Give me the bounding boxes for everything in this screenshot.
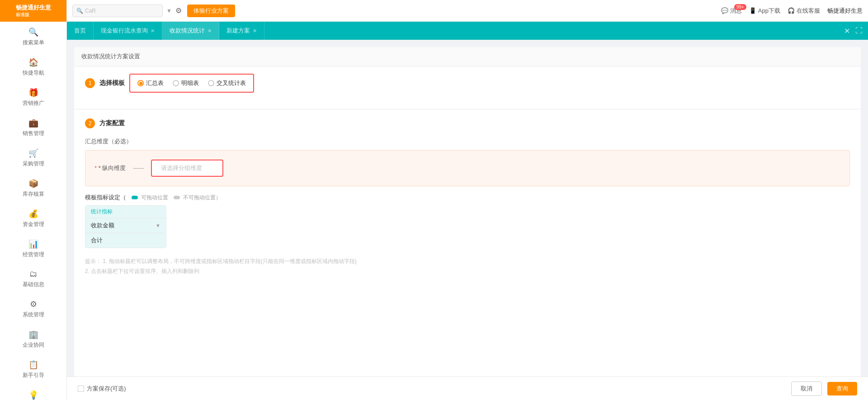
service-label: 在线客服 [797, 7, 820, 15]
radio-circle-detail [173, 80, 179, 86]
movable-badge-inactive [174, 196, 180, 199]
sidebar-item-enterprise[interactable]: 🏢 企业协同 [0, 324, 66, 354]
tab-home[interactable]: 首页 [67, 22, 94, 40]
sidebar-item-inventory[interactable]: 📦 库存核算 [0, 173, 66, 203]
sidebar: 畅捷通好生意 标准版 🔍 搜索菜单 🏠 快捷导航 🎁 营销推广 💼 销售管理 🛒… [0, 0, 67, 400]
sidebar-item-basic[interactable]: 🗂 基础信息 [0, 264, 66, 294]
close-window-icon[interactable]: ✕ [844, 27, 850, 35]
sidebar-nav: 🔍 搜索菜单 🏠 快捷导航 🎁 营销推广 💼 销售管理 🛒 采购管理 📦 库存核… [0, 22, 66, 400]
metrics-legend: 模板指标设定（ 可拖动位置 不可拖动位置） [85, 193, 850, 202]
tab-label-home: 首页 [74, 27, 86, 35]
trial-button[interactable]: 体验行业方案 [187, 5, 235, 17]
sidebar-item-finance[interactable]: 💰 资金管理 [0, 203, 66, 234]
radio-group: 汇总表 明细表 交叉统计表 [137, 79, 246, 87]
search-icon: 🔍 [76, 8, 83, 14]
inventory-icon: 📦 [28, 179, 38, 188]
purchase-icon: 🛒 [28, 148, 38, 158]
sidebar-label-inventory: 库存核算 [23, 190, 44, 198]
sidebar-logo: 畅捷通好生意 标准版 [0, 0, 66, 22]
service-action[interactable]: 🎧 在线客服 [788, 7, 820, 15]
save-checkbox[interactable] [78, 386, 84, 392]
tab-close-cash-flow[interactable]: ✕ [151, 28, 155, 34]
divider-1 [74, 109, 861, 109]
tab-cash-flow[interactable]: 现金银行流水查询✕ [94, 22, 162, 40]
cancel-button[interactable]: 取消 [791, 381, 822, 396]
step2-num: 2 [85, 118, 95, 128]
sidebar-item-sales[interactable]: 💼 销售管理 [0, 113, 66, 143]
logo-sub: 标准版 [16, 12, 51, 18]
radio-summary[interactable]: 汇总表 [137, 79, 164, 87]
sidebar-item-guide[interactable]: 📋 新手引导 [0, 354, 66, 385]
metrics-name: 收款金额 [91, 221, 156, 230]
sidebar-label-guide: 新手引导 [23, 372, 44, 379]
download-icon: 📱 [749, 7, 756, 14]
page-content: 收款情况统计方案设置 1 选择模板 汇总表 [74, 47, 861, 393]
topbar-actions: 💬 消息 99+ 📱 App下载 🎧 在线客服 畅捷通好生意 [721, 7, 863, 15]
sidebar-label-sales: 销售管理 [23, 130, 44, 137]
tab-close-new-plan[interactable]: ✕ [253, 28, 257, 34]
sidebar-item-operation[interactable]: 📊 经营管理 [0, 234, 66, 264]
legend-unmovable: 不可拖动位置） [174, 194, 221, 202]
guide-icon: 📋 [28, 360, 38, 370]
download-action[interactable]: 📱 App下载 [749, 7, 780, 15]
query-button[interactable]: 查询 [827, 382, 857, 395]
quick-nav-icon: 🏠 [28, 57, 38, 67]
dimension-area: * * 纵向维度 —— 请选择分组维度 [85, 150, 850, 186]
message-action[interactable]: 💬 消息 99+ [721, 7, 742, 15]
sidebar-label-quick-nav: 快捷导航 [23, 69, 44, 77]
search-text: CaR [85, 8, 96, 14]
tab-label-new-plan: 新建方案 [226, 27, 250, 35]
tab-label-cash-flow: 现金银行流水查询 [101, 27, 148, 35]
sidebar-label-marketing: 营销推广 [23, 99, 44, 107]
radio-cross[interactable]: 交叉统计表 [208, 79, 246, 87]
window-controls: ✕ ⛶ [844, 22, 868, 40]
save-label: 方案保存(可选) [87, 385, 126, 393]
radio-detail[interactable]: 明细表 [173, 79, 199, 87]
dimension-selector[interactable]: 请选择分组维度 [151, 160, 223, 177]
bottom-bar: 方案保存(可选) 取消 查询 [67, 376, 868, 400]
maximize-window-icon[interactable]: ⛶ [855, 27, 863, 35]
tips-line2: 2. 点击标题栏下拉可设置排序、插入列和删除列 [85, 267, 850, 277]
sidebar-item-purchase[interactable]: 🛒 采购管理 [0, 143, 66, 173]
template-selection-box: 汇总表 明细表 交叉统计表 [129, 74, 254, 93]
sidebar-item-quick-nav[interactable]: 🏠 快捷导航 [0, 52, 66, 82]
radio-circle-summary [137, 80, 144, 86]
sidebar-label-basic: 基础信息 [23, 281, 44, 288]
movable-badge-active [132, 196, 138, 199]
sidebar-label-enterprise: 企业协同 [23, 341, 44, 349]
radio-circle-cross [208, 80, 214, 86]
metrics-label: 模板指标设定（ [85, 193, 126, 202]
metrics-dropdown-icon[interactable]: ▼ [156, 223, 160, 228]
search-input[interactable]: 🔍 CaR [72, 5, 163, 17]
radio-detail-label: 明细表 [181, 79, 199, 87]
dim-row-label: * * 纵向维度 [94, 164, 126, 172]
username: 畅捷通好生意 [827, 7, 863, 15]
sidebar-label-system: 系统管理 [23, 311, 44, 319]
metrics-metric-row[interactable]: 收款金额 ▼ [85, 218, 166, 233]
topbar: 🔍 CaR ▼ ⚙ 体验行业方案 💬 消息 99+ 📱 App下载 🎧 在线客服… [67, 0, 868, 22]
sidebar-item-marketing[interactable]: 🎁 营销推广 [0, 82, 66, 113]
config-section: 汇总维度（必选） * * 纵向维度 —— 请选择分组维度 [85, 137, 850, 249]
tab-close-receipt-stats[interactable]: ✕ [208, 28, 212, 34]
tips-section: 提示： 1. 拖动标题栏可以调整布局，不可跨维度或指标区域拖动栏目字段(只能在同… [85, 257, 850, 280]
sidebar-item-system[interactable]: ⚙ 系统管理 [0, 294, 66, 324]
tab-new-plan[interactable]: 新建方案✕ [219, 22, 264, 40]
logo-text: 畅捷通好生意 [16, 4, 51, 12]
sidebar-label-operation: 经营管理 [23, 251, 44, 259]
download-label: App下载 [758, 7, 780, 15]
metrics-section-header: 统计指标 [85, 206, 166, 218]
metrics-total-row: 合计 [85, 233, 166, 248]
dimension-title: 汇总维度（必选） [85, 137, 850, 146]
marketing-icon: 🎁 [28, 88, 38, 98]
service-icon: 🎧 [788, 7, 795, 14]
chevron-down-icon[interactable]: ▼ [166, 8, 172, 14]
message-icon: 💬 [721, 7, 728, 14]
tab-receipt-stats[interactable]: 收款情况统计✕ [162, 22, 219, 40]
sidebar-label-purchase: 采购管理 [23, 160, 44, 168]
radio-cross-label: 交叉统计表 [217, 79, 246, 87]
sidebar-item-hardware[interactable]: 💡 智能硬件 [0, 385, 66, 400]
radio-summary-label: 汇总表 [146, 79, 164, 87]
sidebar-item-search[interactable]: 🔍 搜索菜单 [0, 22, 66, 52]
dim-arrow-icon: —— [133, 165, 144, 171]
gear-icon[interactable]: ⚙ [175, 6, 182, 15]
